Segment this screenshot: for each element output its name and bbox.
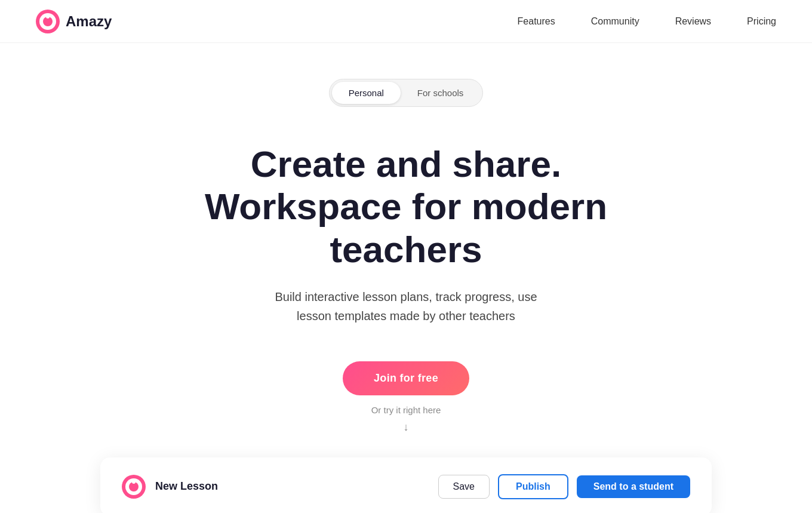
- try-here-text: Or try it right here: [371, 405, 441, 415]
- join-free-button[interactable]: Join for free: [343, 361, 469, 395]
- nav-features[interactable]: Features: [518, 16, 555, 27]
- logo-text: Amazy: [66, 13, 112, 30]
- save-button[interactable]: Save: [438, 475, 490, 499]
- toggle-schools[interactable]: For schools: [401, 82, 481, 104]
- plan-toggle: Personal For schools: [329, 79, 484, 107]
- lesson-title: New Lesson: [155, 480, 218, 493]
- hero-title: Create and share. Workspace for modern t…: [137, 143, 675, 271]
- lesson-actions: Save Publish Send to a student: [438, 474, 690, 499]
- lesson-card: New Lesson Save Publish Send to a studen…: [100, 457, 712, 513]
- nav-pricing[interactable]: Pricing: [747, 16, 776, 27]
- send-to-student-button[interactable]: Send to a student: [577, 475, 690, 498]
- lesson-logo-icon: [122, 475, 146, 499]
- arrow-down-icon: ↓: [403, 421, 408, 434]
- hero-section: Create and share. Workspace for modern t…: [137, 143, 675, 325]
- logo-icon: [36, 10, 60, 33]
- svg-point-7: [132, 480, 136, 484]
- toggle-personal[interactable]: Personal: [332, 82, 401, 104]
- hero-subtitle: Build interactive lesson plans, track pr…: [137, 287, 675, 325]
- nav-reviews[interactable]: Reviews: [675, 16, 711, 27]
- cta-section: Join for free Or try it right here ↓: [343, 361, 469, 434]
- hero-title-line1: Create and share.: [251, 143, 561, 185]
- nav-community[interactable]: Community: [591, 16, 639, 27]
- lesson-left: New Lesson: [122, 475, 218, 499]
- svg-point-3: [46, 15, 50, 19]
- nav-links: Features Community Reviews Pricing: [518, 16, 776, 27]
- publish-button[interactable]: Publish: [498, 474, 568, 499]
- main-content: Personal For schools Create and share. W…: [0, 43, 812, 513]
- logo[interactable]: Amazy: [36, 10, 112, 33]
- navbar: Amazy Features Community Reviews Pricing: [0, 0, 812, 43]
- hero-title-line2: Workspace for modern teachers: [205, 186, 607, 269]
